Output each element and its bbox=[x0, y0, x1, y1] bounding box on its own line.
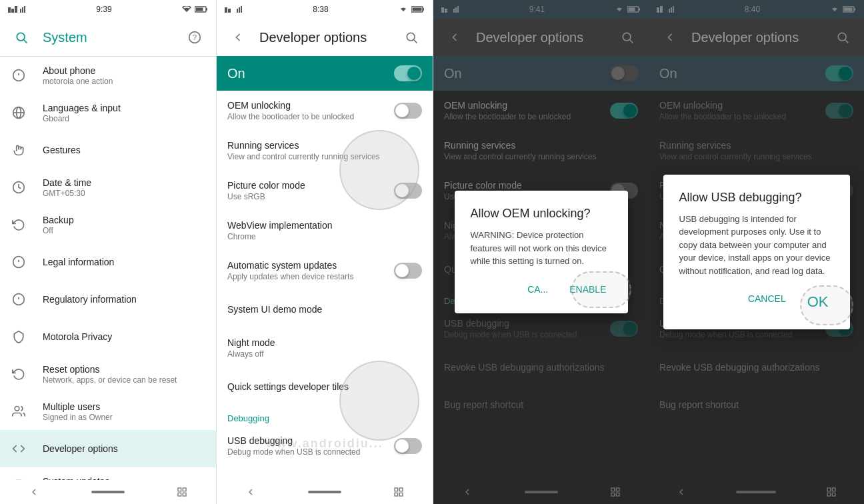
oem-label: OEM unlocking bbox=[227, 100, 394, 111]
developer-text: Developer options bbox=[43, 443, 205, 454]
svg-rect-44 bbox=[400, 488, 403, 491]
usbdebug-toggle[interactable] bbox=[394, 438, 422, 454]
datetime-text: Date & time GMT+05:30 bbox=[43, 177, 205, 198]
reset-sub: Network, apps, or device can be reset bbox=[43, 375, 205, 385]
usbdebug-label: USB debugging bbox=[227, 435, 394, 446]
search-button-2[interactable] bbox=[401, 27, 422, 48]
autoupdate-toggle[interactable] bbox=[394, 263, 422, 279]
panel-developer-options: 8:38 Developer options On OEM unlocking … bbox=[217, 0, 433, 504]
usb-cancel-button[interactable]: Cancel bbox=[743, 291, 791, 313]
svg-rect-7 bbox=[206, 8, 207, 11]
battery-icon-2 bbox=[411, 6, 425, 13]
sidebar-item-gestures[interactable]: Gestures bbox=[0, 131, 216, 169]
enable-circle bbox=[571, 271, 631, 308]
oem-dialog-overlay[interactable]: Allow OEM unlocking? WARNING: Device pro… bbox=[433, 0, 649, 504]
dev-item-color[interactable]: Picture color mode Use sRGB bbox=[217, 171, 433, 211]
oem-toggle[interactable] bbox=[394, 103, 422, 119]
help-button-1[interactable]: ? bbox=[184, 27, 205, 48]
usbdebug-sub: Debug mode when USB is connected bbox=[227, 447, 394, 457]
color-text: Picture color mode Use sRGB bbox=[227, 180, 394, 201]
search-button-1[interactable] bbox=[11, 27, 32, 48]
gestures-icon bbox=[11, 142, 27, 158]
running-text: Running services View and control curren… bbox=[227, 140, 422, 161]
recent-nav-2[interactable] bbox=[389, 482, 409, 502]
usb-dialog: Allow USB debugging? USB debugging is in… bbox=[663, 175, 850, 330]
svg-rect-40 bbox=[412, 8, 421, 11]
legal-icon bbox=[11, 254, 27, 270]
svg-rect-3 bbox=[20, 9, 21, 13]
svg-rect-35 bbox=[237, 9, 238, 13]
back-nav-1[interactable] bbox=[24, 482, 44, 502]
svg-rect-8 bbox=[195, 8, 203, 11]
svg-rect-4 bbox=[22, 7, 23, 13]
notification-icon-2 bbox=[225, 6, 234, 13]
home-nav-2[interactable] bbox=[308, 491, 341, 493]
dev-item-revoke[interactable]: Revoke USB debugging authorizations bbox=[217, 466, 433, 480]
back-nav-2[interactable] bbox=[241, 482, 261, 502]
qstiles-text: Quick settings developer tiles bbox=[227, 381, 422, 392]
svg-rect-33 bbox=[225, 7, 227, 13]
sidebar-item-users[interactable]: Multiple users Signed in as Owner bbox=[0, 393, 216, 430]
sidebar-item-about[interactable]: About phone motorola one action bbox=[0, 57, 216, 94]
dev-list-2: OEM unlocking Allow the bootloader to be… bbox=[217, 91, 433, 480]
dev-item-autoupdate[interactable]: Automatic system updates Apply updates w… bbox=[217, 251, 433, 291]
datetime-icon bbox=[11, 179, 27, 195]
sidebar-item-regulatory[interactable]: Regulatory information bbox=[0, 281, 216, 318]
svg-line-10 bbox=[24, 40, 27, 43]
legal-label: Legal information bbox=[43, 257, 205, 267]
recent-nav-1[interactable] bbox=[172, 482, 192, 502]
svg-point-26 bbox=[15, 407, 19, 411]
about-sub: motorola one action bbox=[43, 77, 205, 86]
panel-usb-dialog: 8:40 Developer options On OEM unlocking … bbox=[649, 0, 864, 504]
svg-rect-39 bbox=[423, 8, 424, 11]
reset-icon bbox=[11, 366, 27, 382]
on-toggle-2[interactable] bbox=[394, 65, 422, 81]
sidebar-item-legal[interactable]: Legal information bbox=[0, 243, 216, 281]
color-toggle[interactable] bbox=[394, 183, 422, 199]
oem-dialog: Allow OEM unlocking? WARNING: Device pro… bbox=[455, 191, 628, 313]
backup-text: Backup Off bbox=[43, 215, 205, 235]
developer-icon bbox=[11, 441, 27, 457]
sidebar-item-languages[interactable]: Languages & input Gboard bbox=[0, 94, 216, 131]
panel-oem-dialog: 9:41 Developer options On OEM unlocking … bbox=[433, 0, 649, 504]
backup-icon bbox=[11, 217, 27, 233]
svg-rect-1 bbox=[11, 9, 14, 13]
svg-rect-43 bbox=[395, 488, 398, 491]
autoupdate-sub: Apply updates when device restarts bbox=[227, 272, 394, 281]
datetime-sub: GMT+05:30 bbox=[43, 189, 205, 198]
nightmode-text: Night mode Always off bbox=[227, 337, 422, 359]
battery-icon-1 bbox=[195, 6, 208, 13]
dev-item-nightmode[interactable]: Night mode Always off bbox=[217, 328, 433, 368]
oem-cancel-button[interactable]: Ca... bbox=[522, 281, 553, 297]
dev-item-usbdebug[interactable]: USB debugging Debug mode when USB is con… bbox=[217, 426, 433, 466]
gestures-label: Gestures bbox=[43, 145, 205, 155]
svg-rect-36 bbox=[239, 7, 240, 13]
uidemo-label: System UI demo mode bbox=[227, 304, 422, 315]
status-icons-left-2 bbox=[225, 6, 243, 13]
privacy-text: Motorola Privacy bbox=[43, 331, 205, 342]
dev-item-oem[interactable]: OEM unlocking Allow the bootloader to be… bbox=[217, 91, 433, 131]
on-row-2[interactable]: On bbox=[217, 56, 433, 91]
developer-label: Developer options bbox=[43, 443, 205, 454]
sidebar-item-reset[interactable]: Reset options Network, apps, or device c… bbox=[0, 355, 216, 393]
dev-item-running[interactable]: Running services View and control curren… bbox=[217, 131, 433, 171]
usb-dialog-overlay[interactable]: Allow USB debugging? USB debugging is in… bbox=[649, 0, 864, 504]
sidebar-item-developer[interactable]: Developer options bbox=[0, 430, 216, 467]
sidebar-item-backup[interactable]: Backup Off bbox=[0, 206, 216, 243]
home-nav-1[interactable] bbox=[91, 491, 125, 493]
oem-dialog-title: Allow OEM unlocking? bbox=[471, 207, 612, 221]
webview-text: WebView implementation Chrome bbox=[227, 220, 422, 241]
sidebar-item-datetime[interactable]: Date & time GMT+05:30 bbox=[0, 169, 216, 206]
sidebar-item-privacy[interactable]: Motorola Privacy bbox=[0, 318, 216, 355]
nav-bar-2 bbox=[217, 480, 433, 504]
dev-item-qstiles[interactable]: Quick settings developer tiles bbox=[217, 368, 433, 405]
svg-point-9 bbox=[17, 33, 25, 41]
dev-item-uidemo[interactable]: System UI demo mode bbox=[217, 291, 433, 328]
back-button-2[interactable] bbox=[227, 27, 249, 48]
wifi-icon-2 bbox=[398, 6, 409, 13]
on-label-2: On bbox=[227, 66, 394, 81]
gestures-text: Gestures bbox=[43, 145, 205, 155]
nav-bar-1 bbox=[0, 480, 216, 504]
sidebar-item-updates[interactable]: System updates Updated to Android 9 bbox=[0, 467, 216, 480]
dev-item-webview[interactable]: WebView implementation Chrome bbox=[217, 211, 433, 251]
